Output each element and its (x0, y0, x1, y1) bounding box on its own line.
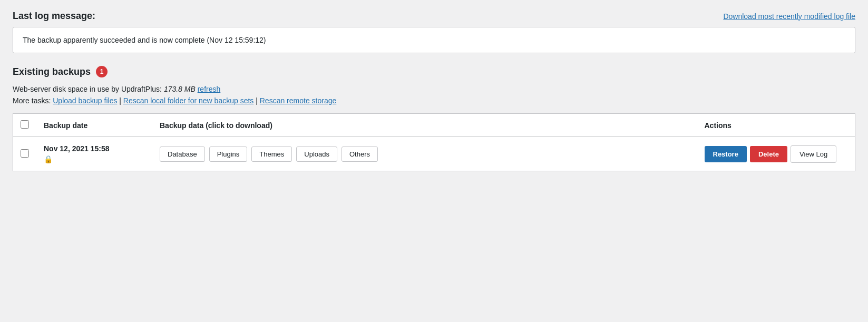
existing-backups-header: Existing backups 1 (13, 66, 855, 77)
table-header-row: Backup date Backup data (click to downlo… (13, 114, 855, 137)
data-type-button-database[interactable]: Database (160, 147, 205, 162)
th-backup-data: Backup data (click to download) (152, 114, 697, 137)
th-checkbox (13, 114, 37, 137)
th-actions: Actions (697, 114, 855, 137)
download-log-link[interactable]: Download most recently modified log file (723, 12, 855, 21)
separator-1: | (119, 96, 123, 105)
more-tasks-label: More tasks: (13, 96, 51, 105)
table-header: Backup date Backup data (click to downlo… (13, 114, 855, 137)
disk-size: 173.8 MB (164, 85, 196, 93)
refresh-link[interactable]: refresh (198, 85, 221, 93)
table-row: Nov 12, 2021 15:58🔒DatabasePluginsThemes… (13, 137, 855, 171)
lock-icon: 🔒 (44, 155, 145, 163)
row-checkbox[interactable] (21, 149, 29, 158)
data-type-button-themes[interactable]: Themes (251, 147, 292, 162)
more-tasks: More tasks: Upload backup files | Rescan… (13, 96, 855, 105)
backup-date: Nov 12, 2021 15:58 (44, 144, 145, 153)
disk-info: Web-server disk space in use by UpdraftP… (13, 85, 855, 93)
upload-backup-link[interactable]: Upload backup files (53, 96, 117, 105)
log-message-header: Last log message: Download most recently… (13, 11, 855, 22)
table-body: Nov 12, 2021 15:58🔒DatabasePluginsThemes… (13, 137, 855, 171)
backup-table: Backup date Backup data (click to downlo… (13, 113, 855, 171)
delete-button[interactable]: Delete (750, 146, 787, 162)
view-log-button[interactable]: View Log (791, 145, 836, 163)
backup-count-badge: 1 (96, 66, 108, 77)
log-message-box: The backup apparently succeeded and is n… (13, 27, 855, 53)
th-backup-date: Backup date (36, 114, 152, 137)
log-message-title: Last log message: (13, 11, 95, 22)
data-button-group: DatabasePluginsThemesUploadsOthers (160, 147, 690, 162)
restore-button[interactable]: Restore (705, 146, 747, 162)
data-type-button-others[interactable]: Others (342, 147, 378, 162)
rescan-remote-link[interactable]: Rescan remote storage (260, 96, 337, 105)
select-all-checkbox[interactable] (21, 120, 29, 129)
log-message-section: Last log message: Download most recently… (13, 11, 855, 53)
separator-2: | (256, 96, 260, 105)
log-message-text: The backup apparently succeeded and is n… (23, 36, 266, 44)
existing-backups-title: Existing backups (13, 66, 91, 77)
disk-info-label: Web-server disk space in use by UpdraftP… (13, 85, 162, 93)
rescan-local-link[interactable]: Rescan local folder for new backup sets (123, 96, 253, 105)
data-type-button-plugins[interactable]: Plugins (209, 147, 248, 162)
action-button-group: RestoreDeleteView Log (705, 145, 848, 163)
data-type-button-uploads[interactable]: Uploads (296, 147, 337, 162)
existing-backups-section: Existing backups 1 Web-server disk space… (13, 66, 855, 171)
